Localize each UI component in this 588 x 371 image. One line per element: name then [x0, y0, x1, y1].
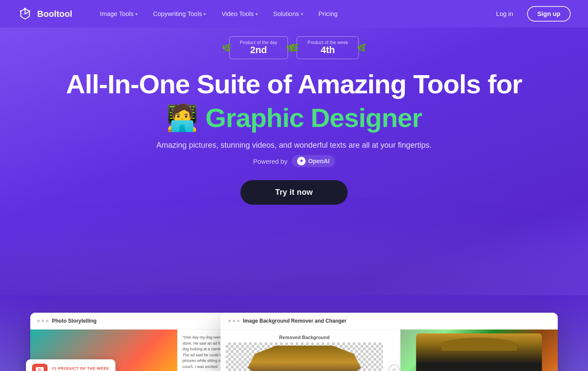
- checkered-background: [226, 342, 383, 371]
- dot-1: [37, 320, 40, 322]
- person-silhouette: [233, 346, 375, 371]
- dot-r3: [237, 320, 240, 322]
- original-photo-panel: [400, 330, 558, 371]
- nav-auth: Log in Sign up: [489, 6, 571, 22]
- dot-3: [46, 320, 48, 322]
- person-photo: [416, 333, 542, 371]
- divider-circle-icon: ⇔: [389, 365, 399, 371]
- hat-element: [441, 338, 517, 351]
- badge-week: Product of the week 4th: [297, 36, 359, 59]
- window-dots: [37, 320, 48, 322]
- card-left-title: Photo Storytelling: [52, 318, 96, 324]
- hero-description: Amazing pictures, stunning videos, and w…: [157, 141, 431, 150]
- badge-day: Product of the day 2nd: [229, 36, 288, 59]
- card-right-body: Removed Background ⇔: [220, 330, 558, 371]
- nav-pricing[interactable]: Pricing: [313, 7, 344, 21]
- chevron-icon: ▾: [256, 12, 258, 16]
- removed-bg-panel: Removed Background: [220, 330, 388, 371]
- product-of-week-badge: 🅿 #1 PRODUCT OF THE WEEK Artificial Inte…: [26, 359, 115, 371]
- original-photo-image: [400, 330, 558, 371]
- logo[interactable]: Booltool: [17, 6, 72, 22]
- chevron-icon: ▾: [301, 12, 303, 16]
- openai-badge: ✦ OpenAI: [292, 155, 335, 167]
- nav-links: Image Tools ▾ Copywriting Tools ▾ Video …: [94, 7, 489, 21]
- chevron-icon: ▾: [135, 12, 137, 16]
- login-button[interactable]: Log in: [489, 7, 520, 21]
- card-bg-remover: Image Background Remover and Changer Rem…: [220, 313, 558, 371]
- logo-icon: [17, 6, 33, 22]
- chevron-icon: ▾: [204, 12, 206, 16]
- dot-r1: [228, 320, 231, 322]
- nav-image-tools[interactable]: Image Tools ▾: [94, 7, 144, 21]
- svg-point-2: [29, 10, 30, 12]
- card-left-header: Photo Storytelling: [30, 313, 238, 330]
- role-emoji: 🧑‍💻: [166, 102, 198, 133]
- hero-role-text: Graphic Designer: [205, 102, 422, 133]
- svg-point-1: [20, 10, 22, 12]
- hero-section: Product of the day 2nd Product of the we…: [0, 28, 588, 295]
- award-badges: Product of the day 2nd Product of the we…: [229, 36, 359, 59]
- badge-product-icon: 🅿: [32, 364, 48, 371]
- navbar: Booltool Image Tools ▾ Copywriting Tools…: [0, 0, 588, 28]
- svg-point-0: [24, 8, 26, 10]
- signup-button[interactable]: Sign up: [527, 6, 571, 22]
- hero-role-row: 🧑‍💻 Graphic Designer: [166, 102, 422, 133]
- nav-copywriting-tools[interactable]: Copywriting Tools ▾: [147, 7, 212, 21]
- card-right-header: Image Background Remover and Changer: [220, 313, 558, 330]
- dot-2: [42, 320, 44, 322]
- window-dots-right: [228, 320, 240, 322]
- nav-solutions[interactable]: Solutions ▾: [267, 7, 309, 21]
- divider-handle[interactable]: ⇔: [388, 330, 400, 371]
- screenshots-section: Photo Storytelling "One day my dog went …: [0, 295, 588, 371]
- card-right-title: Image Background Remover and Changer: [243, 318, 346, 324]
- powered-by: Powered by ✦ OpenAI: [253, 155, 335, 167]
- hero-title: All-In-One Suite of Amazing Tools for: [66, 70, 522, 99]
- dot-r2: [233, 320, 235, 322]
- openai-icon: ✦: [297, 157, 306, 165]
- nav-video-tools[interactable]: Video Tools ▾: [215, 7, 263, 21]
- logo-text: Booltool: [37, 9, 72, 19]
- badge-product-text: #1 PRODUCT OF THE WEEK Artificial Intell…: [52, 366, 109, 371]
- try-it-now-button[interactable]: Try it now: [240, 180, 347, 205]
